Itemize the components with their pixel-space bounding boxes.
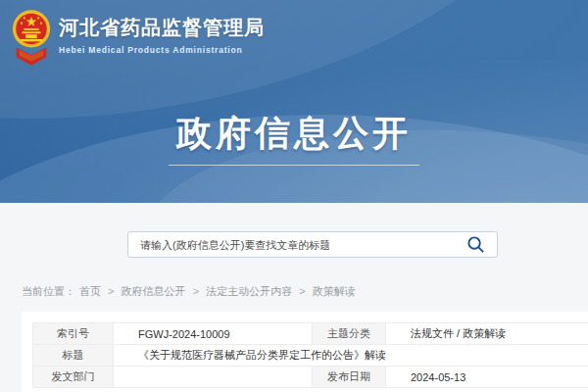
field-label-publish-date: 发布日期: [313, 367, 386, 388]
field-value-department: [114, 367, 313, 388]
search-button[interactable]: [463, 235, 497, 254]
national-emblem-icon: [11, 8, 52, 69]
field-value-topic: 法规文件 / 政策解读: [386, 323, 588, 345]
org-name: 河北省药品监督管理局: [59, 15, 265, 41]
page: 河北省药品监督管理局 Hebei Medical Products Admini…: [0, 0, 588, 392]
breadcrumb-separator: >: [193, 285, 199, 297]
article-info-card: 索引号 FGWJ-2024-10009 主题分类 法规文件 / 政策解读 标题 …: [22, 312, 588, 392]
breadcrumb-label: 当前位置：: [22, 285, 75, 297]
site-banner: 河北省药品监督管理局 Hebei Medical Products Admini…: [0, 0, 588, 203]
breadcrumb-item-policy-interpretation[interactable]: 政策解读: [313, 285, 356, 297]
field-label-department: 发文部门: [33, 367, 114, 388]
title-divider: [169, 165, 419, 166]
breadcrumb-item-disclosure-content[interactable]: 法定主动公开内容: [206, 285, 292, 297]
field-value-index: FGWJ-2024-10009: [114, 323, 313, 345]
table-row-department: 发文部门 发布日期 2024-05-13: [33, 367, 588, 388]
page-title: 政府信息公开: [0, 110, 588, 158]
org-name-en: Hebei Medical Products Administration: [59, 45, 265, 55]
info-table: 索引号 FGWJ-2024-10009 主题分类 法规文件 / 政策解读 标题 …: [32, 322, 588, 388]
breadcrumb-separator: >: [299, 285, 305, 297]
field-label-topic: 主题分类: [313, 323, 386, 345]
search-box: [127, 231, 498, 258]
table-row-index: 索引号 FGWJ-2024-10009 主题分类 法规文件 / 政策解读: [33, 323, 588, 345]
field-value-title: 《关于规范医疗器械产品分类界定工作的公告》解读: [114, 345, 588, 367]
content-area: 当前位置：首页 > 政府信息公开 > 法定主动公开内容 > 政策解读 索引号 F…: [0, 203, 588, 392]
field-label-title: 标题: [33, 345, 114, 367]
field-value-publish-date: 2024-05-13: [386, 367, 588, 388]
search-icon: [466, 235, 485, 254]
breadcrumb-item-gov-info[interactable]: 政府信息公开: [122, 285, 186, 297]
table-row-title: 标题 《关于规范医疗器械产品分类界定工作的公告》解读: [33, 345, 588, 367]
search-input[interactable]: [128, 232, 463, 257]
breadcrumb-separator: >: [108, 285, 114, 297]
site-header: 河北省药品监督管理局 Hebei Medical Products Admini…: [11, 8, 265, 69]
org-identity: 河北省药品监督管理局 Hebei Medical Products Admini…: [59, 8, 265, 55]
field-label-index: 索引号: [33, 323, 114, 345]
breadcrumb: 当前位置：首页 > 政府信息公开 > 法定主动公开内容 > 政策解读: [22, 284, 360, 299]
breadcrumb-item-home[interactable]: 首页: [79, 285, 101, 297]
